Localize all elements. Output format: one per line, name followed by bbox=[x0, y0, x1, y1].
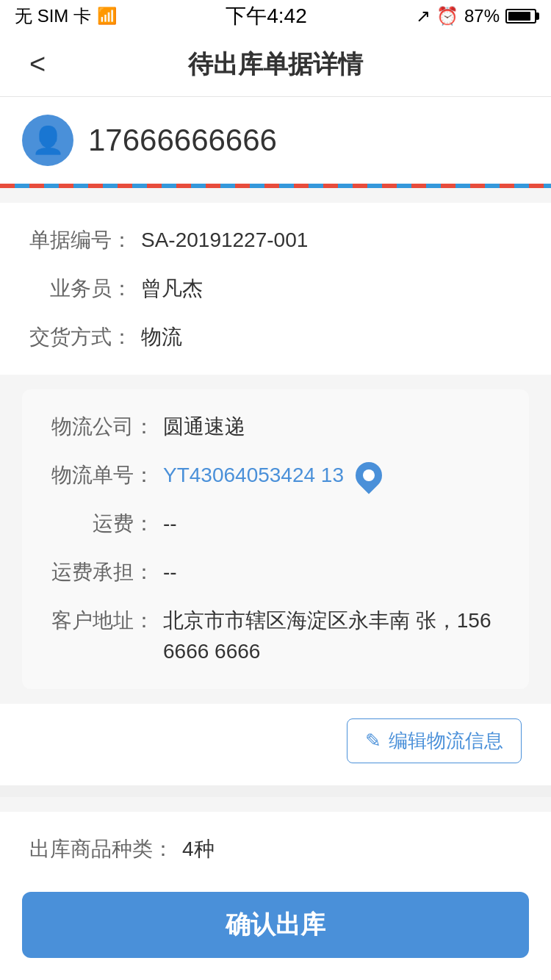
product-types-label: 出库商品种类： bbox=[29, 834, 173, 865]
battery-fill bbox=[508, 12, 530, 21]
map-location-icon[interactable] bbox=[350, 457, 388, 494]
freight-bearer-row: 运费承担： -- bbox=[51, 557, 500, 588]
customer-address-value: 北京市市辖区海淀区永丰南 张，156 6666 6666 bbox=[163, 605, 500, 667]
tracking-number-label: 物流单号： bbox=[51, 460, 154, 491]
freight-bearer-value: -- bbox=[163, 557, 500, 588]
confirm-outbound-label: 确认出库 bbox=[226, 908, 325, 942]
tracking-number-text: YT43064053424 13 bbox=[163, 460, 344, 491]
customer-header: 👤 17666666666 bbox=[0, 97, 551, 184]
logistics-company-label: 物流公司： bbox=[51, 411, 154, 442]
product-types-value: 4种 bbox=[182, 834, 522, 865]
dashed-separator bbox=[0, 184, 551, 188]
tracking-number-value: YT43064053424 13 bbox=[163, 460, 500, 491]
document-number-label: 单据编号： bbox=[29, 225, 132, 256]
status-left: 无 SIM 卡 📶 bbox=[15, 4, 117, 28]
customer-address-row: 客户地址： 北京市市辖区海淀区永丰南 张，156 6666 6666 bbox=[51, 605, 500, 667]
battery-percent: 87% bbox=[464, 6, 500, 26]
logistics-company-row: 物流公司： 圆通速递 bbox=[51, 411, 500, 442]
section-separator bbox=[0, 785, 551, 797]
edit-logistics-button[interactable]: ✎ 编辑物流信息 bbox=[347, 718, 522, 763]
alarm-icon: ⏰ bbox=[436, 6, 458, 26]
customer-phone: 17666666666 bbox=[88, 123, 277, 158]
pencil-icon: ✎ bbox=[365, 729, 381, 752]
nav-bar: < 待出库单据详情 bbox=[0, 32, 551, 97]
logistics-card: 物流公司： 圆通速递 物流单号： YT43064053424 13 运费： --… bbox=[22, 389, 529, 689]
logistics-company-value: 圆通速递 bbox=[163, 411, 500, 442]
salesperson-value: 曾凡杰 bbox=[141, 273, 522, 304]
battery-icon bbox=[505, 9, 536, 24]
product-types-row: 出库商品种类： 4种 bbox=[29, 834, 522, 865]
page-title: 待出库单据详情 bbox=[188, 48, 363, 82]
salesperson-label: 业务员： bbox=[29, 273, 132, 304]
basic-info-section: 单据编号： SA-20191227-001 业务员： 曾凡杰 交货方式： 物流 bbox=[0, 203, 551, 375]
status-right: ↗ ⏰ 87% bbox=[416, 6, 536, 26]
freight-label: 运费： bbox=[51, 508, 154, 539]
freight-row: 运费： -- bbox=[51, 508, 500, 539]
freight-bearer-label: 运费承担： bbox=[51, 557, 154, 588]
document-number-row: 单据编号： SA-20191227-001 bbox=[29, 225, 522, 256]
edit-logistics-wrapper: ✎ 编辑物流信息 bbox=[0, 704, 551, 785]
delivery-method-label: 交货方式： bbox=[29, 322, 132, 353]
confirm-outbound-button[interactable]: 确认出库 bbox=[22, 892, 529, 958]
customer-address-label: 客户地址： bbox=[51, 605, 154, 636]
delivery-method-row: 交货方式： 物流 bbox=[29, 322, 522, 353]
tracking-number-row: 物流单号： YT43064053424 13 bbox=[51, 460, 500, 491]
delivery-method-value: 物流 bbox=[141, 322, 522, 353]
document-number-value: SA-20191227-001 bbox=[141, 225, 522, 256]
location-status-icon: ↗ bbox=[416, 6, 431, 26]
avatar: 👤 bbox=[22, 115, 73, 166]
status-bar: 无 SIM 卡 📶 下午4:42 ↗ ⏰ 87% bbox=[0, 0, 551, 32]
carrier-label: 无 SIM 卡 bbox=[15, 4, 91, 28]
wifi-icon: 📶 bbox=[97, 7, 117, 26]
salesperson-row: 业务员： 曾凡杰 bbox=[29, 273, 522, 304]
status-time: 下午4:42 bbox=[226, 2, 307, 30]
back-button[interactable]: < bbox=[22, 41, 53, 87]
edit-logistics-label: 编辑物流信息 bbox=[389, 728, 503, 754]
confirm-btn-wrapper: 确认出库 bbox=[0, 877, 551, 980]
avatar-icon: 👤 bbox=[32, 125, 65, 156]
freight-value: -- bbox=[163, 508, 500, 539]
